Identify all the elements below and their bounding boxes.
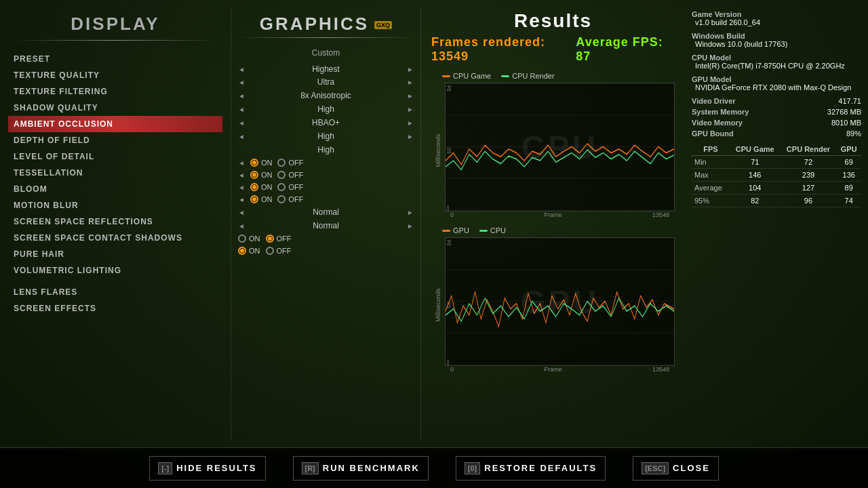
display-setting-shadow-quality[interactable]: SHADOW QUALITY xyxy=(14,100,217,116)
game-version-value: v1.0 build 260.0_64 xyxy=(695,18,861,26)
stats-tbody: Min 71 72 69 Max 146 239 136 Average 104… xyxy=(692,156,861,207)
on-radio-0[interactable] xyxy=(250,159,258,167)
on-option-0[interactable]: ON xyxy=(250,159,273,167)
off-option-3[interactable]: OFF xyxy=(277,195,303,203)
display-setting-texture-quality[interactable]: TEXTURE QUALITY xyxy=(14,67,217,83)
chart2-wrapper: Milliseconds GPU 20 xyxy=(431,237,675,373)
display-setting-texture-filtering[interactable]: TEXTURE FILTERING xyxy=(14,83,217,100)
display-setting-pure-hair[interactable]: PURE HAIR xyxy=(14,246,217,262)
svg-text:10: 10 xyxy=(447,147,451,155)
graphics-setting-row-4: ◄ High ► xyxy=(238,129,414,143)
on-option-3[interactable]: ON xyxy=(250,195,273,203)
off-radio-1[interactable] xyxy=(277,171,285,179)
right-arrow-4[interactable]: ► xyxy=(407,133,414,140)
svg-text:20: 20 xyxy=(447,240,451,247)
display-setting-level-of-detail[interactable]: LEVEL OF DETAIL xyxy=(14,148,217,165)
left-arrow-3[interactable]: ◄ xyxy=(238,119,245,127)
on-option-1[interactable]: ON xyxy=(250,171,273,179)
display-setting-screen-effects[interactable]: SCREEN EFFECTS xyxy=(14,300,217,317)
stat-gpu: 89 xyxy=(836,182,861,195)
chart2-y-container: Milliseconds xyxy=(431,237,445,373)
off-radio-3[interactable] xyxy=(277,195,285,203)
stat-gpu: 136 xyxy=(836,169,861,182)
game-version-label: Game Version xyxy=(692,10,861,18)
display-setting-screen-space-reflections[interactable]: SCREEN SPACE REFLECTIONS xyxy=(14,214,217,230)
display-setting-bloom[interactable]: BLOOM xyxy=(14,181,217,197)
hide-results-button[interactable]: [-] HIDE RESULTS xyxy=(149,456,265,481)
results-title: Results xyxy=(431,10,675,32)
preset-left-arrow[interactable]: ◄ xyxy=(238,66,245,73)
content-area: DISPLAY PRESETTEXTURE QUALITYTEXTURE FIL… xyxy=(0,0,868,447)
cpu-label: CPU xyxy=(490,226,506,235)
right-arrow-0[interactable]: ► xyxy=(407,79,414,86)
run-benchmark-button[interactable]: [R] RUN BENCHMARK xyxy=(293,456,429,481)
extra-on-option-0[interactable]: ON xyxy=(238,235,260,243)
stats-thead: FPS CPU Game CPU Render GPU xyxy=(692,143,861,156)
right-arrow-2[interactable]: ► xyxy=(407,106,414,113)
graphics-setting-row-1: ◄ 8x Anisotropic ► xyxy=(238,89,414,102)
left-arrow-0[interactable]: ◄ xyxy=(238,79,245,86)
display-setting-tessellation[interactable]: TESSELLATION xyxy=(14,165,217,181)
normal-right-arrow-1[interactable]: ► xyxy=(407,222,414,230)
on-option-2[interactable]: ON xyxy=(250,183,273,191)
off-option-2[interactable]: OFF xyxy=(277,183,303,191)
chart1-section: CPU Game CPU Render Milliseconds xyxy=(431,69,675,218)
off-option-0[interactable]: OFF xyxy=(277,159,303,167)
off-radio-2[interactable] xyxy=(277,183,285,191)
close-button[interactable]: [ESC] CLOSE xyxy=(633,456,719,481)
extra-off-option-0[interactable]: OFF xyxy=(266,235,292,243)
chart1-legend-cpu-game: CPU Game xyxy=(442,72,491,80)
extra-on-option-1[interactable]: ON xyxy=(238,247,260,255)
left-arrow-2[interactable]: ◄ xyxy=(238,106,245,113)
right-arrow-3[interactable]: ► xyxy=(407,119,414,127)
restore-defaults-button[interactable]: [0] RESTORE DEFAULTS xyxy=(456,456,606,481)
normal-left-arrow-0[interactable]: ◄ xyxy=(238,209,245,216)
display-settings-list: PRESETTEXTURE QUALITYTEXTURE FILTERINGSH… xyxy=(14,51,217,317)
preset-right-arrow[interactable]: ► xyxy=(407,66,414,73)
windows-build-value: Windows 10.0 (build 17763) xyxy=(695,40,861,48)
normal-right-arrow-0[interactable]: ► xyxy=(407,209,414,216)
chart1-wrapper: Milliseconds CPU xyxy=(431,83,675,218)
chart1-x-start: 0 xyxy=(450,211,454,218)
display-setting-ambient-occlusion[interactable]: AMBIENT OCCLUSION xyxy=(8,116,222,132)
display-setting-volumetric-lighting[interactable]: VOLUMETRIC LIGHTING xyxy=(14,262,217,279)
left-arrow-1[interactable]: ◄ xyxy=(238,92,245,100)
off-radio-0[interactable] xyxy=(277,159,285,167)
hide-results-label: HIDE RESULTS xyxy=(176,463,256,473)
bottom-toolbar: [-] HIDE RESULTS [R] RUN BENCHMARK [0] R… xyxy=(0,447,868,488)
system-memory-row: System Memory 32768 MB xyxy=(692,108,861,116)
stats-gpu-header: GPU xyxy=(836,143,861,156)
extra-on-radio-1[interactable] xyxy=(238,247,246,255)
right-arrow-1[interactable]: ► xyxy=(407,92,414,100)
normal-left-arrow-1[interactable]: ◄ xyxy=(238,222,245,230)
toggle-row-1: ◄ ON OFF xyxy=(238,169,414,181)
chart2-x-end: 13548 xyxy=(652,366,669,373)
stat-label: 95% xyxy=(692,195,730,207)
display-setting-lens-flares[interactable]: LENS FLARES xyxy=(14,284,217,300)
close-label: CLOSE xyxy=(673,463,710,473)
left-arrow-4[interactable]: ◄ xyxy=(238,133,245,140)
frames-value: 13549 xyxy=(431,49,469,63)
display-panel: DISPLAY PRESETTEXTURE QUALITYTEXTURE FIL… xyxy=(0,7,231,441)
extra-off-radio-0[interactable] xyxy=(266,235,274,243)
off-option-1[interactable]: OFF xyxy=(277,171,303,179)
display-setting-screen-space-contact-shadows[interactable]: SCREEN SPACE CONTACT SHADOWS xyxy=(14,230,217,246)
extra-off-option-1[interactable]: OFF xyxy=(266,247,292,255)
on-radio-2[interactable] xyxy=(250,183,258,191)
chart2-legend: GPU CPU xyxy=(437,224,511,237)
extra-on-radio-0[interactable] xyxy=(238,235,246,243)
display-setting-motion-blur[interactable]: MOTION BLUR xyxy=(14,197,217,214)
chart1-x-end: 13548 xyxy=(652,211,669,218)
chart2-watermark: GPU xyxy=(520,283,599,321)
on-radio-3[interactable] xyxy=(250,195,258,203)
extra-off-radio-1[interactable] xyxy=(266,247,274,255)
display-setting-depth-of-field[interactable]: DEPTH OF FIELD xyxy=(14,132,217,148)
display-setting-preset[interactable]: PRESET xyxy=(14,51,217,67)
chart1-x-labels: 0 Frame 13548 xyxy=(445,211,675,218)
on-radio-1[interactable] xyxy=(250,171,258,179)
frames-rendered: Frames rendered: 13549 xyxy=(431,35,576,64)
cpu-dot xyxy=(479,230,488,232)
game-version-row: Game Version v1.0 build 260.0_64 xyxy=(692,10,861,26)
chart1-y-container: Milliseconds xyxy=(431,83,445,218)
gfx-badge: GXQ xyxy=(374,21,392,29)
